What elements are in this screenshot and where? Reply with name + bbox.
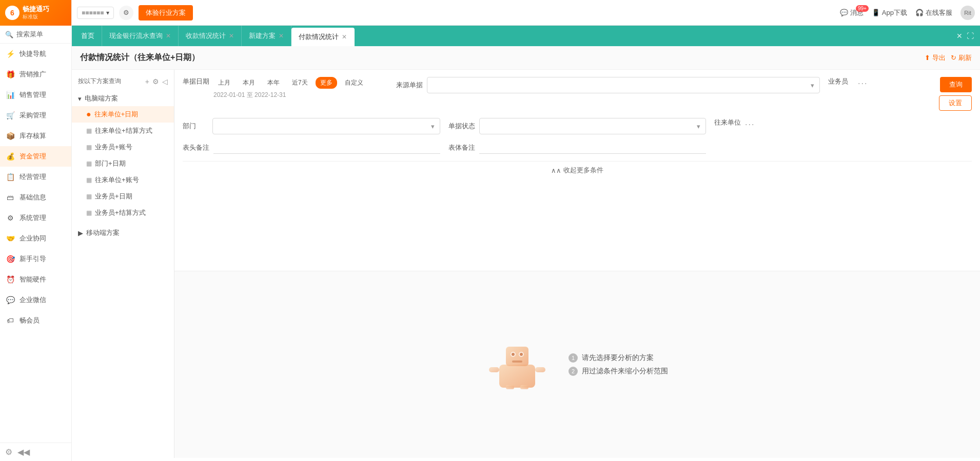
tab-bank-flow-label: 现金银行流水查询 [109, 31, 163, 41]
scheme-item-staff-account[interactable]: ▦ 业务员+账号 [72, 139, 174, 155]
sidebar-item-sales[interactable]: 📊 销售管理 [0, 85, 71, 105]
pc-scheme-group-title[interactable]: ▾ 电脑端方案 [72, 91, 174, 106]
collapse-bar[interactable]: ∧∧ 收起更多条件 [183, 161, 972, 179]
empty-illustration [486, 339, 548, 390]
sidebar-item-cooperation[interactable]: 🤝 企业协同 [0, 228, 71, 249]
mobile-scheme-group-title[interactable]: ▶ 移动端方案 [72, 225, 174, 240]
scheme-icon: ▦ [86, 160, 92, 167]
member-icon: 🏷 [5, 315, 15, 326]
sidebar-title: 畅捷通巧 [23, 5, 49, 13]
counterpart-dots[interactable]: ... [745, 118, 755, 127]
sidebar-item-label: 企业协同 [19, 234, 46, 243]
table-header-note-input[interactable] [213, 142, 440, 154]
scheme-icon: ▦ [86, 127, 92, 134]
staff-filter-group: 业务员 ... [828, 77, 931, 86]
user-avatar[interactable]: Rit [961, 6, 975, 20]
export-icon: ⬆ [925, 54, 930, 62]
scheme-item-counterpart-settle[interactable]: ▦ 往来单位+结算方式 [72, 123, 174, 139]
content-body: 按以下方案查询 + ⚙ ◁ ▾ 电脑端方案 ● 往来单位+日期 [72, 70, 980, 458]
sidebar-item-hardware[interactable]: ⏰ 智能硬件 [0, 269, 71, 290]
workspace-dropdown[interactable]: ■■■■■■ ▾ [77, 7, 114, 19]
scheme-panel-label: 按以下方案查询 [78, 77, 121, 86]
refresh-btn[interactable]: ↻ 刷新 [951, 53, 972, 63]
messages-item[interactable]: 💬 消息 99+ [840, 8, 864, 17]
tab-bank-flow-close[interactable]: ✕ [166, 32, 171, 39]
settings-bottom-icon[interactable]: ⚙ [5, 447, 12, 457]
sidebar-item-inventory[interactable]: 📦 库存核算 [0, 126, 71, 146]
dept-select[interactable]: ▾ [212, 118, 440, 134]
sidebar-item-marketing[interactable]: 🎁 营销推广 [0, 64, 71, 85]
sidebar-item-guide[interactable]: 🎯 新手引导 [0, 249, 71, 269]
collapse-arrows-icon: ∧∧ [551, 167, 561, 174]
collapse-sidebar-icon[interactable]: ◀◀ [17, 447, 30, 457]
scheme-settings-btn[interactable]: ⚙ [152, 77, 159, 86]
source-doc-select[interactable]: ▾ [427, 77, 820, 93]
tab-new-scheme[interactable]: 新建方案 ✕ [242, 26, 291, 46]
search-menu[interactable]: 🔍 搜索菜单 [0, 26, 71, 44]
tab-home[interactable]: 首页 [74, 26, 102, 46]
scheme-item-staff-date[interactable]: ▦ 业务员+日期 [72, 188, 174, 205]
system-icon: ⚙ [5, 213, 15, 223]
sidebar-item-operation[interactable]: 📋 经营管理 [0, 167, 71, 187]
tip-text-1: 请先选择要分析的方案 [582, 353, 654, 363]
tab-home-label: 首页 [81, 31, 94, 41]
close-all-tabs-btn[interactable]: ✕ [956, 32, 963, 40]
trial-btn[interactable]: 体验行业方案 [139, 5, 193, 21]
sidebar-item-basic-info[interactable]: 🗃 基础信息 [0, 187, 71, 208]
online-service-item[interactable]: 🎧 在线客服 [915, 8, 952, 17]
sidebar-item-member[interactable]: 🏷 畅会员 [0, 310, 71, 331]
scheme-active-icon: ● [86, 110, 91, 119]
sidebar-item-finance[interactable]: 💰 资金管理 [0, 146, 71, 167]
more-btn[interactable]: 更多 [316, 77, 337, 89]
pc-scheme-group: ▾ 电脑端方案 ● 往来单位+日期 ▦ 往来单位+结算方式 ▦ 业务员+账号 [72, 89, 174, 223]
filter-settings-btn[interactable]: 设置 [939, 95, 972, 111]
scheme-item-dept-date[interactable]: ▦ 部门+日期 [72, 155, 174, 172]
gear-icon: ⚙ [123, 9, 129, 16]
tab-receipts[interactable]: 收款情况统计 ✕ [179, 26, 242, 46]
topbar: ■■■■■■ ▾ ⚙ 体验行业方案 💬 消息 99+ 📱 App下载 🎧 在线客… [72, 0, 980, 26]
doc-status-select[interactable]: ▾ [479, 118, 706, 134]
sidebar-item-purchase[interactable]: 🛒 采购管理 [0, 105, 71, 126]
sidebar-header: 6 畅捷通巧 标准版 [0, 0, 71, 26]
query-btn[interactable]: 查询 [940, 77, 972, 92]
tip-num-2: 2 [569, 367, 578, 376]
scheme-item-label: 业务员+账号 [95, 143, 132, 152]
export-btn[interactable]: ⬆ 导出 [925, 53, 946, 63]
table-body-note-input[interactable] [479, 142, 706, 154]
this-year-btn[interactable]: 本年 [263, 77, 284, 89]
tip-num-1: 1 [569, 353, 578, 363]
custom-btn[interactable]: 自定义 [340, 77, 368, 89]
scheme-icon: ▦ [86, 209, 92, 216]
wechat-icon: 💬 [5, 295, 15, 305]
doc-status-label: 单据状态 [448, 122, 475, 131]
app-download-item[interactable]: 📱 App下载 [872, 8, 907, 17]
sidebar-item-label: 库存核算 [19, 131, 46, 141]
scheme-item-counterpart-date[interactable]: ● 往来单位+日期 [72, 106, 174, 123]
tab-payment-stats-close[interactable]: ✕ [342, 33, 347, 41]
last-month-btn[interactable]: 上月 [213, 77, 235, 89]
tab-new-scheme-close[interactable]: ✕ [279, 32, 284, 39]
last-7-btn[interactable]: 近7天 [287, 77, 312, 89]
scheme-item-counterpart-account[interactable]: ▦ 往来单位+账号 [72, 172, 174, 188]
collapse-scheme-panel-btn[interactable]: ◁ [162, 77, 168, 86]
this-month-btn[interactable]: 本月 [238, 77, 260, 89]
date-buttons: 上月 本月 本年 近7天 更多 自定义 [213, 77, 368, 89]
staff-dots[interactable]: ... [858, 77, 868, 86]
tab-receipts-close[interactable]: ✕ [229, 32, 234, 39]
topbar-settings-btn[interactable]: ⚙ [119, 6, 133, 20]
sidebar-item-quick-nav[interactable]: ⚡ 快捷导航 [0, 44, 71, 64]
cooperation-icon: 🤝 [5, 233, 15, 244]
counterpart-filter-group: 往来单位 ... [714, 118, 972, 127]
sidebar-item-wechat[interactable]: 💬 企业微信 [0, 290, 71, 310]
add-scheme-btn[interactable]: + [145, 77, 149, 86]
tab-bank-flow[interactable]: 现金银行流水查询 ✕ [102, 26, 179, 46]
sidebar-item-label: 智能硬件 [19, 275, 46, 284]
expand-tabs-btn[interactable]: ⛶ [967, 32, 974, 40]
sidebar-item-system[interactable]: ⚙ 系统管理 [0, 208, 71, 228]
scheme-panel-header-actions: + ⚙ ◁ [145, 77, 168, 86]
scheme-item-staff-settle[interactable]: ▦ 业务员+结算方式 [72, 205, 174, 221]
svg-rect-7 [489, 367, 499, 372]
scheme-item-label: 业务员+日期 [95, 192, 132, 201]
tab-payment-stats[interactable]: 付款情况统计 ✕ [291, 28, 355, 46]
hardware-icon: ⏰ [5, 274, 15, 285]
